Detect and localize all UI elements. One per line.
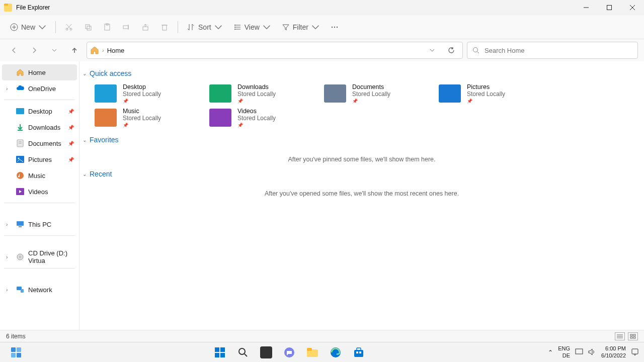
sidebar-item-home[interactable]: Home	[2, 64, 77, 80]
address-bar[interactable]: › Home	[87, 42, 463, 59]
chat-button[interactable]	[279, 342, 299, 363]
sidebar-item-thispc[interactable]: ›This PC	[0, 216, 79, 232]
expand-icon[interactable]: ›	[6, 222, 8, 227]
trash-icon	[160, 23, 169, 31]
breadcrumb-separator: ›	[102, 47, 104, 53]
svg-rect-65	[215, 353, 219, 357]
svg-rect-76	[359, 351, 361, 353]
language-indicator[interactable]: ENG DE	[558, 345, 570, 358]
chevron-down-icon	[263, 23, 271, 31]
svg-line-33	[477, 52, 479, 54]
view-icon	[233, 23, 242, 31]
svg-point-27	[332, 26, 333, 27]
svg-rect-79	[632, 349, 638, 354]
search-bar[interactable]	[467, 42, 638, 59]
cut-button[interactable]	[60, 18, 78, 36]
separator	[4, 100, 75, 100]
pin-icon: 📌	[467, 99, 505, 104]
sort-button[interactable]: Sort	[182, 18, 227, 36]
search-button[interactable]	[233, 342, 253, 363]
plus-circle-icon	[10, 23, 18, 31]
svg-rect-51	[21, 289, 24, 293]
recent-locations-button[interactable]	[46, 42, 62, 58]
svg-rect-18	[163, 25, 167, 30]
section-quick-access[interactable]: ⌄ Quick access	[82, 66, 642, 80]
quick-access-item[interactable]: Documents Stored Locally 📌	[324, 83, 439, 104]
folder-icon	[95, 109, 117, 127]
quick-access-item[interactable]: Videos Stored Locally 📌	[209, 108, 324, 128]
expand-icon[interactable]: ›	[6, 254, 8, 260]
ellipsis-icon	[331, 23, 339, 31]
expand-icon[interactable]: ›	[6, 287, 8, 293]
store-button[interactable]	[349, 342, 369, 363]
edge-button[interactable]	[326, 342, 346, 363]
network-icon[interactable]	[575, 348, 583, 356]
forward-button[interactable]	[26, 42, 42, 58]
favorites-empty-message: After you've pinned some files, we'll sh…	[82, 147, 642, 167]
new-button[interactable]: New	[5, 18, 51, 36]
sidebar-item-cddrive[interactable]: ›CD Drive (D:) Virtua	[0, 249, 79, 265]
sidebar-item-pictures[interactable]: Pictures📌	[0, 151, 79, 167]
cut-icon	[65, 23, 73, 31]
volume-icon[interactable]	[588, 348, 596, 356]
expand-icon[interactable]: ›	[6, 86, 8, 92]
widgets-button[interactable]	[6, 342, 26, 363]
cloud-icon	[16, 84, 24, 93]
rename-icon	[122, 23, 130, 31]
section-favorites[interactable]: ⌄ Favorites	[82, 133, 642, 147]
tray-chevron-icon[interactable]: ⌃	[548, 349, 553, 356]
share-button[interactable]	[136, 18, 154, 36]
svg-rect-60	[17, 347, 21, 352]
svg-rect-75	[356, 351, 358, 353]
section-title: Recent	[90, 170, 112, 178]
sidebar-item-videos[interactable]: Videos	[0, 184, 79, 200]
svg-rect-62	[17, 353, 21, 357]
sidebar-item-documents[interactable]: Documents📌	[0, 135, 79, 151]
paste-button[interactable]	[98, 18, 116, 36]
task-view-button[interactable]	[256, 342, 276, 363]
delete-button[interactable]	[155, 18, 174, 36]
app-icon	[4, 4, 12, 12]
details-view-button[interactable]	[615, 332, 625, 340]
sidebar-item-desktop[interactable]: Desktop📌	[0, 103, 79, 119]
notifications-icon[interactable]	[631, 348, 639, 357]
sidebar-item-onedrive[interactable]: › OneDrive	[0, 80, 79, 97]
svg-line-68	[245, 354, 247, 356]
back-button[interactable]	[6, 42, 22, 58]
up-button[interactable]	[66, 42, 83, 58]
quick-access-item[interactable]: Pictures Stored Locally 📌	[439, 83, 553, 104]
quick-access-item[interactable]: Downloads Stored Locally 📌	[209, 83, 324, 104]
sidebar-item-network[interactable]: ›Network	[0, 282, 79, 298]
search-icon	[472, 47, 479, 54]
thumbnails-view-button[interactable]	[628, 332, 638, 340]
filter-button[interactable]: Filter	[277, 18, 325, 36]
copy-button[interactable]	[79, 18, 97, 36]
chevron-down-icon: ⌄	[83, 137, 87, 143]
quick-access-item[interactable]: Desktop Stored Locally 📌	[95, 83, 209, 104]
view-button[interactable]: View	[228, 18, 276, 36]
section-recent[interactable]: ⌄ Recent	[82, 167, 642, 181]
file-explorer-taskbar-button[interactable]	[302, 342, 323, 363]
svg-marker-34	[17, 69, 23, 75]
breadcrumb-location[interactable]: Home	[107, 47, 125, 54]
item-name: Pictures	[467, 83, 505, 90]
search-input[interactable]	[485, 47, 632, 54]
quick-access-item[interactable]: Music Stored Locally 📌	[95, 108, 209, 128]
start-button[interactable]	[210, 342, 230, 363]
clock[interactable]: 6:00 PM 6/10/2022	[601, 345, 626, 358]
minimize-button[interactable]	[575, 0, 598, 15]
home-icon	[16, 68, 24, 76]
sidebar-label: This PC	[28, 221, 51, 228]
sidebar-label: Downloads	[28, 124, 60, 131]
more-button[interactable]	[326, 18, 344, 36]
refresh-button[interactable]	[443, 42, 459, 58]
rename-button[interactable]	[117, 18, 135, 36]
svg-point-43	[17, 172, 24, 179]
address-dropdown-button[interactable]	[424, 42, 440, 58]
svg-rect-47	[19, 226, 22, 227]
sidebar-item-music[interactable]: Music	[0, 167, 79, 184]
folder-icon	[439, 84, 461, 103]
close-button[interactable]	[621, 0, 644, 15]
maximize-button[interactable]	[598, 0, 621, 15]
sidebar-item-downloads[interactable]: Downloads📌	[0, 119, 79, 135]
